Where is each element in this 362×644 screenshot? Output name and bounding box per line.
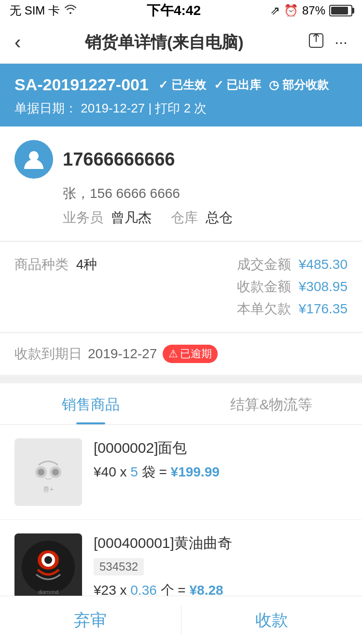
sales-name: 曾凡杰 [111, 210, 152, 225]
avatar [14, 140, 53, 179]
overdue-text: 已逾期 [180, 347, 212, 361]
product-name-2: [000400001]黄油曲奇 [94, 533, 348, 553]
carrier-text: 无 SIM 卡 [10, 3, 60, 18]
overdue-icon: ⚠ [168, 348, 178, 360]
share-icon[interactable] [307, 32, 325, 53]
svg-point-4 [38, 469, 44, 476]
product-thumbnail-2: diamond [14, 533, 82, 601]
alarm-icon: ⏰ [284, 4, 298, 17]
sales-label: 业务员 [63, 210, 103, 225]
product-list: 兽+ [0000002]面包 ¥40 x 5 袋 = ¥199.99 [0, 425, 362, 615]
price-1: ¥40 [94, 464, 116, 479]
svg-point-10 [44, 556, 52, 564]
battery-icon [329, 5, 352, 16]
svg-text:兽+: 兽+ [43, 485, 54, 493]
balance-label: 本单欠款 [237, 300, 291, 318]
warehouse-name: 总仓 [206, 210, 233, 225]
item-type-count: 4种 [76, 257, 97, 272]
total-1: ¥199.99 [171, 464, 220, 479]
nav-right: ··· [307, 32, 348, 53]
warehouse-label: 仓库 [171, 210, 198, 225]
wifi-icon [64, 4, 77, 17]
overdue-badge: ⚠ 已逾期 [163, 345, 218, 363]
location-icon: ⇗ [270, 4, 280, 17]
received-label: 收款金额 [237, 278, 291, 296]
product-thumbnail-1: 兽+ [14, 438, 82, 506]
customer-name: 张，156 6666 6666 [63, 184, 348, 203]
svg-point-5 [52, 469, 59, 476]
balance-row: 本单欠款 ¥176.35 [237, 300, 348, 318]
item-type-label: 商品种类 [14, 257, 69, 272]
badge-shipped: ✓ 已出库 [214, 77, 262, 93]
stats-right: 成交金额 ¥485.30 收款金额 ¥308.95 本单欠款 ¥176.35 [237, 255, 348, 318]
customer-phone: 17666666666 [63, 149, 175, 170]
list-item: 兽+ [0000002]面包 ¥40 x 5 袋 = ¥199.99 [0, 425, 362, 520]
page-title: 销货单详情(来自电脑) [85, 31, 244, 54]
battery-percent: 87% [302, 4, 325, 17]
due-label: 收款到期日 [14, 345, 82, 363]
order-header: SA-20191227-001 ✓ 已生效 ✓ 已出库 ◷ 部分收款 单据日期：… [0, 64, 362, 126]
tab-products[interactable]: 销售商品 [0, 383, 181, 424]
status-time: 下午4:42 [147, 1, 201, 20]
order-badges: ✓ 已生效 ✓ 已出库 ◷ 部分收款 [158, 77, 329, 93]
back-button[interactable]: ‹ [14, 31, 21, 53]
nav-left: ‹ [14, 31, 21, 53]
product-sku-2: 534532 [94, 558, 144, 575]
product-price-1: ¥40 x 5 袋 = ¥199.99 [94, 463, 348, 481]
cancel-audit-button[interactable]: 弃审 [0, 596, 181, 644]
nav-bar: ‹ 销货单详情(来自电脑) ··· [0, 21, 362, 64]
product-info-2: [000400001]黄油曲奇 534532 ¥23 x 0.36 个 = ¥8… [94, 533, 348, 600]
customer-section: 17666666666 张，156 6666 6666 业务员 曾凡杰 仓库 总… [0, 126, 362, 240]
more-icon[interactable]: ··· [334, 33, 348, 51]
deal-amount-label: 成交金额 [237, 255, 291, 274]
order-number-row: SA-20191227-001 ✓ 已生效 ✓ 已出库 ◷ 部分收款 [14, 75, 348, 94]
received-amount: ¥308.95 [299, 279, 348, 294]
status-right: ⇗ ⏰ 87% [270, 4, 352, 17]
svg-text:diamond: diamond [38, 589, 58, 595]
section-divider [0, 376, 362, 383]
deal-amount: ¥485.30 [299, 257, 348, 272]
print-info: | 打印 2 次 [148, 101, 207, 115]
order-date-row: 单据日期： 2019-12-27 | 打印 2 次 [14, 100, 348, 117]
customer-row: 17666666666 [14, 140, 348, 179]
tabs: 销售商品 结算&物流等 [0, 383, 362, 425]
unit-1: 袋 [142, 464, 155, 479]
order-number: SA-20191227-001 [14, 75, 149, 94]
date-label: 单据日期： [14, 101, 77, 115]
order-date: 2019-12-27 [81, 101, 145, 115]
stats-section: 商品种类 4种 成交金额 ¥485.30 收款金额 ¥308.95 本单欠款 ¥… [0, 242, 362, 332]
product-info-1: [0000002]面包 ¥40 x 5 袋 = ¥199.99 [94, 438, 348, 481]
balance-amount: ¥176.35 [299, 301, 348, 317]
bottom-bar: 弃审 收款 [0, 596, 362, 644]
status-bar: 无 SIM 卡 下午4:42 ⇗ ⏰ 87% [0, 0, 362, 21]
customer-info-row: 业务员 曾凡杰 仓库 总仓 [63, 209, 348, 227]
quantity-1: 5 [130, 464, 138, 479]
item-type-row: 商品种类 4种 [14, 255, 97, 274]
status-left: 无 SIM 卡 [10, 3, 77, 18]
badge-effective: ✓ 已生效 [158, 77, 206, 93]
stats-left: 商品种类 4种 [14, 255, 97, 274]
received-row: 收款金额 ¥308.95 [237, 278, 348, 296]
due-section: 收款到期日 2019-12-27 ⚠ 已逾期 [0, 333, 362, 375]
badge-partial-payment: ◷ 部分收款 [269, 77, 329, 93]
product-name-1: [0000002]面包 [94, 438, 348, 458]
collect-payment-button[interactable]: 收款 [181, 596, 362, 644]
deal-amount-row: 成交金额 ¥485.30 [237, 255, 348, 274]
due-date: 2019-12-27 [88, 346, 157, 362]
tab-settlement[interactable]: 结算&物流等 [181, 383, 362, 424]
